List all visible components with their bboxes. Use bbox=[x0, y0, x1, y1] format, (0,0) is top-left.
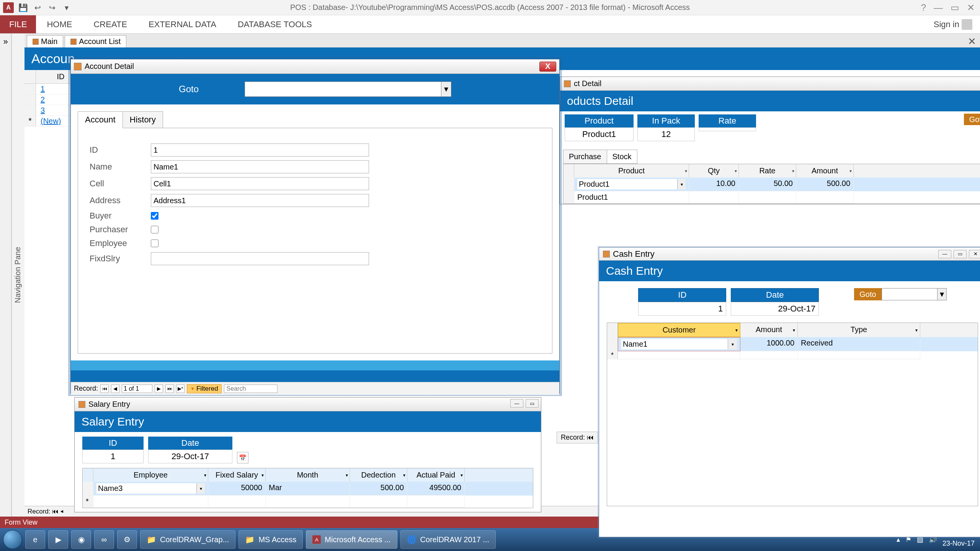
ribbon-tab-home[interactable]: HOME bbox=[36, 15, 83, 34]
qat-customize-icon[interactable]: ▾ bbox=[61, 2, 72, 13]
account-detail-titlebar[interactable]: Account Detail X bbox=[71, 59, 559, 74]
cash-entry-titlebar[interactable]: Cash Entry — ▭ ✕ bbox=[599, 248, 980, 261]
goto-combo[interactable]: ▾ bbox=[882, 288, 947, 300]
name-field[interactable] bbox=[151, 160, 369, 173]
calendar-icon[interactable]: 📅 bbox=[237, 452, 248, 463]
dropdown-icon[interactable]: ▾ bbox=[196, 483, 205, 494]
cell-qty[interactable]: 10.00 bbox=[689, 178, 739, 191]
ce-date-value[interactable]: 29-Oct-17 bbox=[731, 302, 819, 316]
taskbar-coreldraw-folder[interactable]: 📁 CorelDRAW_Grap... bbox=[140, 530, 235, 549]
last-record-button[interactable]: ⏭ bbox=[165, 385, 174, 393]
id-field[interactable] bbox=[151, 143, 369, 156]
salary-entry-titlebar[interactable]: Salary Entry — ▭ bbox=[75, 398, 541, 411]
col-amount[interactable]: Amount▾ bbox=[740, 323, 798, 337]
se-date-value[interactable]: 29-Oct-17 bbox=[148, 450, 232, 463]
goto-button[interactable]: Goto bbox=[854, 288, 881, 300]
address-field[interactable] bbox=[151, 194, 369, 207]
goto-input[interactable] bbox=[245, 82, 441, 96]
tab-account[interactable]: Account bbox=[78, 111, 123, 128]
cell-employee[interactable] bbox=[96, 483, 196, 494]
new-record-button[interactable]: ▶* bbox=[176, 385, 185, 393]
col-month[interactable]: Month▾ bbox=[266, 468, 350, 482]
cell-month[interactable]: Mar bbox=[266, 482, 350, 496]
close-button[interactable]: X bbox=[539, 62, 556, 72]
val-inpack[interactable]: 12 bbox=[637, 127, 695, 141]
minimize-icon[interactable]: — bbox=[938, 250, 951, 258]
purchaser-checkbox[interactable] bbox=[151, 226, 158, 233]
taskbar-msaccess-folder[interactable]: 📁 MS Access bbox=[238, 530, 303, 549]
cell-amount[interactable]: 500.00 bbox=[796, 178, 854, 191]
next-record-button[interactable]: ▶ bbox=[155, 385, 163, 393]
val-product[interactable]: Product1 bbox=[565, 127, 634, 141]
cell-fixed[interactable]: 50000 bbox=[208, 482, 266, 496]
cell-field[interactable] bbox=[151, 177, 369, 190]
taskbar-vs[interactable]: ∞ bbox=[94, 530, 114, 549]
taskbar-app[interactable]: ⚙ bbox=[117, 530, 137, 549]
tab-close-icon[interactable]: ✕ bbox=[968, 36, 980, 47]
maximize-icon[interactable]: ▭ bbox=[526, 399, 539, 408]
minimize-icon[interactable]: — bbox=[934, 2, 943, 13]
cell-type[interactable]: Received bbox=[798, 337, 920, 351]
ribbon-tab-external[interactable]: EXTERNAL DATA bbox=[138, 15, 227, 34]
taskbar-chrome[interactable]: ◉ bbox=[71, 530, 91, 549]
dropdown-icon[interactable]: ▾ bbox=[677, 179, 686, 189]
chevron-down-icon[interactable]: ▾ bbox=[937, 289, 946, 300]
record-search[interactable] bbox=[224, 385, 278, 393]
redo-icon[interactable]: ↪ bbox=[47, 2, 57, 13]
subtab-purchase[interactable]: Purchase bbox=[563, 150, 607, 164]
cell-product[interactable] bbox=[577, 179, 677, 189]
form-tab-account-list[interactable]: Account List bbox=[65, 35, 126, 47]
sign-in[interactable]: Sign in bbox=[934, 19, 980, 30]
record-position[interactable]: 1 of 1 bbox=[122, 385, 152, 393]
start-button[interactable] bbox=[3, 530, 22, 549]
col-customer[interactable]: Customer▾ bbox=[618, 323, 740, 337]
cell-product[interactable]: Product1 bbox=[574, 191, 689, 204]
taskbar-coreldraw-app[interactable]: 🌀 CorelDRAW 2017 ... bbox=[400, 530, 496, 549]
grid-col-product[interactable]: Product▾ bbox=[574, 164, 689, 178]
close-icon[interactable]: ✕ bbox=[967, 2, 975, 13]
subtab-stock[interactable]: Stock bbox=[607, 150, 637, 164]
cell-paid[interactable]: 49500.00 bbox=[407, 482, 465, 496]
form-tab-main[interactable]: Main bbox=[27, 35, 63, 47]
col-fixed-salary[interactable]: Fixed Salary▾ bbox=[208, 468, 266, 482]
col-actual-paid[interactable]: Actual Paid▾ bbox=[407, 468, 465, 482]
taskbar-ie[interactable]: e bbox=[25, 530, 45, 549]
buyer-checkbox[interactable] bbox=[151, 212, 158, 220]
shutter-open-button[interactable]: » bbox=[0, 34, 11, 517]
employee-checkbox[interactable] bbox=[151, 240, 158, 247]
first-record-button[interactable]: ⏮ bbox=[100, 385, 109, 393]
goto-button[interactable]: Goto bbox=[964, 114, 980, 125]
maximize-icon[interactable]: ▭ bbox=[954, 250, 967, 258]
ce-id-value[interactable]: 1 bbox=[638, 302, 726, 316]
col-type[interactable]: Type▾ bbox=[798, 323, 920, 337]
restore-icon[interactable]: ▭ bbox=[951, 2, 959, 13]
fixdslry-field[interactable] bbox=[151, 252, 369, 265]
se-id-value[interactable]: 1 bbox=[82, 450, 144, 463]
filtered-indicator[interactable]: Filtered bbox=[187, 384, 222, 393]
cell-deduction[interactable]: 500.00 bbox=[350, 482, 407, 496]
products-detail-titlebar[interactable]: ct Detail bbox=[560, 77, 980, 91]
cell-customer[interactable] bbox=[621, 339, 728, 349]
help-icon[interactable]: ? bbox=[921, 2, 926, 13]
grid-col-amount[interactable]: Amount▾ bbox=[796, 164, 854, 178]
col-deduction[interactable]: Dedection▾ bbox=[350, 468, 407, 482]
undo-icon[interactable]: ↩ bbox=[32, 2, 43, 13]
cell-amount[interactable]: 1000.00 bbox=[740, 337, 798, 351]
grid-col-rate[interactable]: Rate▾ bbox=[739, 164, 796, 178]
grid-col-qty[interactable]: Qty▾ bbox=[689, 164, 739, 178]
goto-combo[interactable]: ▾ bbox=[245, 82, 451, 97]
tab-history[interactable]: History bbox=[122, 111, 163, 128]
close-icon[interactable]: ✕ bbox=[969, 250, 980, 258]
taskbar-msaccess-app[interactable]: A Microsoft Access ... bbox=[306, 530, 397, 549]
chevron-down-icon[interactable]: ▾ bbox=[441, 82, 451, 96]
val-rate[interactable] bbox=[699, 127, 756, 131]
navigation-pane-label[interactable]: Navigation Pane bbox=[11, 34, 24, 517]
save-icon[interactable]: 💾 bbox=[18, 2, 28, 13]
col-employee[interactable]: Employee▾ bbox=[93, 468, 208, 482]
prev-record-button[interactable]: ◀ bbox=[111, 385, 119, 393]
taskbar-mediaplayer[interactable]: ▶ bbox=[48, 530, 68, 549]
ribbon-tab-dbtools[interactable]: DATABASE TOOLS bbox=[227, 15, 323, 34]
cell-rate[interactable]: 50.00 bbox=[739, 178, 796, 191]
file-tab[interactable]: FILE bbox=[0, 15, 36, 33]
dropdown-icon[interactable]: ▾ bbox=[728, 339, 737, 349]
